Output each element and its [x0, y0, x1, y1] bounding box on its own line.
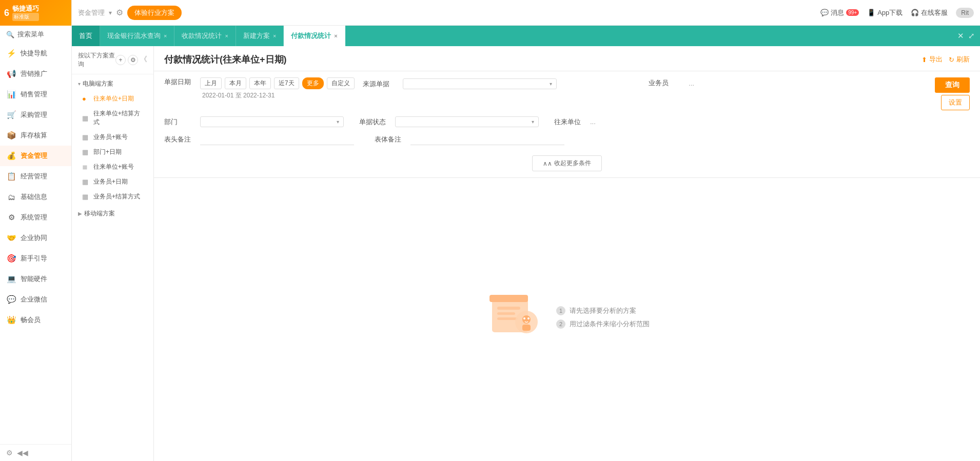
tabbar: 首页 现金银行流水查询 × 收款情况统计 × 新建方案 × 付款情况统计 × ✕…: [72, 26, 980, 46]
scheme-mobile-title[interactable]: ▶ 移动端方案: [72, 206, 153, 221]
scheme-item-unit-settle[interactable]: ▦ 往来单位+结算方式: [72, 106, 153, 130]
settings-footer-btn[interactable]: ⚙: [6, 449, 13, 457]
sidebar-item-smart-hw[interactable]: 💻 智能硬件: [0, 269, 71, 289]
collapse-filter-btn[interactable]: ∧∧ 收起更多条件: [532, 155, 602, 171]
filter-row-1: 单据日期 上月 本月 本年 近7天 更多 自定义: [164, 77, 970, 110]
date-btn-more[interactable]: 更多: [302, 77, 324, 89]
tab-new-scheme-label: 新建方案: [243, 31, 270, 41]
scheme-settings-btn[interactable]: ⚙: [128, 55, 138, 65]
sidebar-item-sales[interactable]: 📊 销售管理: [0, 84, 71, 105]
collapse-label: 收起更多条件: [554, 159, 591, 168]
scheme-item-icon: ▦: [82, 114, 90, 122]
tab-new-scheme[interactable]: 新建方案 ×: [236, 26, 284, 46]
body-note-input[interactable]: [410, 133, 564, 145]
doc-status-chevron-icon: ▾: [532, 119, 534, 125]
tab-bank[interactable]: 现金银行流水查询 ×: [100, 26, 174, 46]
dept-select[interactable]: ▾: [200, 116, 344, 127]
refresh-action[interactable]: ↻ 刷新: [949, 55, 970, 64]
tab-close-all-btn[interactable]: ✕: [957, 31, 964, 41]
tab-collection-close[interactable]: ×: [225, 33, 228, 39]
sidebar-item-system[interactable]: ⚙ 系统管理: [0, 207, 71, 228]
tab-bank-close[interactable]: ×: [164, 33, 167, 39]
scheme-add-btn[interactable]: +: [115, 55, 126, 65]
doc-status-select[interactable]: ▾: [395, 116, 539, 127]
tab-collection[interactable]: 收款情况统计 ×: [174, 26, 236, 46]
tab-payment-label: 付款情况统计: [291, 31, 331, 41]
scheme-item-icon: ▦: [82, 148, 90, 156]
sidebar-item-label: 库存核算: [21, 131, 47, 140]
collapse-sidebar-btn[interactable]: ◀◀: [17, 449, 28, 457]
sidebar-item-guide[interactable]: 🎯 新手引导: [0, 248, 71, 269]
tab-payment-close[interactable]: ×: [334, 33, 337, 39]
sidebar-item-finance[interactable]: 💰 资金管理: [0, 146, 71, 166]
scheme-mobile-group: ▶ 移动端方案: [72, 206, 153, 221]
date-btn-this-year[interactable]: 本年: [249, 77, 271, 89]
purchase-icon: 🛒: [6, 110, 16, 120]
online-service-action[interactable]: 🎧 在线客服: [911, 8, 948, 17]
message-icon: 💬: [820, 9, 829, 16]
empty-step-2: 2 用过滤条件来缩小分析范围: [556, 319, 650, 329]
sidebar-item-basic-info[interactable]: 🗂 基础信息: [0, 187, 71, 207]
scheme-item-sales-account[interactable]: ▦ 业务员+账号: [72, 130, 153, 145]
empty-state: 1 请先选择要分析的方案 2 用过滤条件来缩小分析范围: [154, 178, 980, 461]
message-action[interactable]: 💬 消息 99+: [820, 8, 859, 17]
sidebar-item-inventory[interactable]: 📦 库存核算: [0, 125, 71, 146]
app-download-label: App下载: [877, 8, 903, 17]
scheme-item-icon: ▦: [82, 193, 90, 201]
sidebar-item-member[interactable]: 👑 畅会员: [0, 310, 71, 330]
empty-row: 1 请先选择要分析的方案 2 用过滤条件来缩小分析范围: [484, 284, 650, 355]
source-select[interactable]: ▾: [403, 78, 557, 89]
export-label: 导出: [929, 55, 943, 64]
filter-settings-button[interactable]: 设置: [941, 95, 970, 110]
scheme-item-sales-date[interactable]: ▦ 业务员+日期: [72, 174, 153, 189]
scheme-item-unit-date[interactable]: ● 往来单位+日期: [72, 91, 153, 106]
sidebar-search[interactable]: 🔍 搜索菜单: [0, 26, 71, 43]
sidebar-item-wechat[interactable]: 💬 企业微信: [0, 289, 71, 310]
date-options: 上月 本月 本年 近7天 更多 自定义 2022-01-01 至 2022-12…: [200, 77, 355, 100]
query-button[interactable]: 查询: [935, 77, 970, 93]
sidebar-item-collab[interactable]: 🤝 企业协同: [0, 228, 71, 248]
tab-expand-btn[interactable]: ⤢: [968, 31, 975, 41]
scheme-item-dept-date[interactable]: ▦ 部门+日期: [72, 145, 153, 159]
scheme-panel-title: 按以下方案查询: [78, 51, 115, 69]
scheme-mobile-arrow-icon: ▶: [78, 211, 82, 216]
topbar-right: 💬 消息 99+ 📱 App下载 🎧 在线客服 Rit: [820, 8, 974, 18]
empty-text: 1 请先选择要分析的方案 2 用过滤条件来缩小分析范围: [556, 306, 650, 333]
scheme-item-label: 业务员+账号: [93, 133, 128, 142]
sidebar-item-quick-nav[interactable]: ⚡ 快捷导航: [0, 43, 71, 64]
date-btn-custom[interactable]: 自定义: [327, 77, 355, 89]
step-1-num: 1: [556, 306, 565, 315]
online-service-label: 在线客服: [921, 8, 948, 17]
header-note-input[interactable]: [200, 133, 354, 145]
tab-payment[interactable]: 付款情况统计 ×: [284, 26, 345, 46]
topbar-settings-btn[interactable]: ⚙: [116, 8, 123, 17]
scheme-item-icon: ▦: [82, 178, 90, 186]
date-btn-7days[interactable]: 近7天: [274, 77, 299, 89]
scheme-panel-collapse-btn[interactable]: 《: [140, 55, 147, 65]
sidebar-item-purchase[interactable]: 🛒 采购管理: [0, 105, 71, 125]
scheme-item-label: 业务员+日期: [93, 177, 128, 186]
tab-home[interactable]: 首页: [72, 26, 100, 46]
topbar: 资金管理 ▾ ⚙ 体验行业方案 💬 消息 99+ 📱 App下载 🎧 在线客服: [72, 0, 980, 26]
export-action[interactable]: ⬆ 导出: [922, 55, 943, 64]
sidebar-item-operation[interactable]: 📋 经营管理: [0, 166, 71, 187]
tab-new-scheme-close[interactable]: ×: [273, 33, 276, 39]
scheme-item-sales-settle[interactable]: ▦ 业务员+结算方式: [72, 189, 153, 204]
salesperson-label: 业务员: [649, 78, 679, 88]
scheme-item-unit-account[interactable]: ≣ 往来单位+账号: [72, 159, 153, 174]
trial-button[interactable]: 体验行业方案: [127, 6, 182, 20]
salesperson-more-btn[interactable]: ...: [689, 79, 694, 87]
sidebar-item-marketing[interactable]: 📢 营销推广: [0, 64, 71, 84]
date-btn-last-month[interactable]: 上月: [200, 77, 222, 89]
svg-point-8: [523, 317, 525, 319]
scheme-desktop-title[interactable]: ▾ 电脑端方案: [72, 76, 153, 91]
doc-status-label: 单据状态: [359, 117, 390, 127]
related-unit-more-btn[interactable]: ...: [590, 118, 596, 126]
date-btn-this-month[interactable]: 本月: [225, 77, 246, 89]
source-chevron-icon: ▾: [550, 81, 552, 87]
sidebar-item-label: 销售管理: [21, 90, 47, 99]
user-avatar[interactable]: Rit: [956, 8, 974, 18]
app-download-action[interactable]: 📱 App下载: [867, 8, 903, 17]
filter-area: 单据日期 上月 本月 本年 近7天 更多 自定义: [154, 71, 980, 178]
empty-step-1: 1 请先选择要分析的方案: [556, 306, 650, 315]
